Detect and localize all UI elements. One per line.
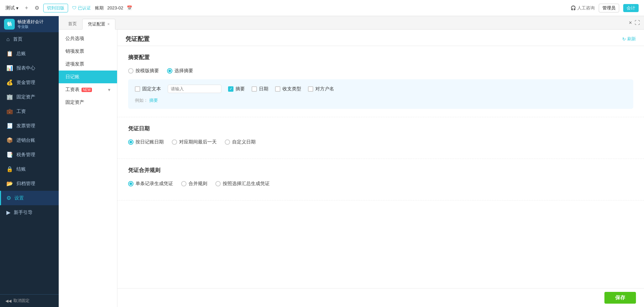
logo-icon: 畅: [4, 19, 15, 30]
expand-button[interactable]: ⛶: [635, 20, 640, 26]
radio-circle-template: [128, 68, 133, 74]
checkbox-summary[interactable]: ✓ 摘要: [228, 86, 245, 92]
checkbox-box-counterpart: [308, 86, 313, 92]
close-tab-button[interactable]: ×: [629, 20, 632, 26]
sidebar-item-label: 工资: [16, 108, 26, 115]
summary-config-box: 固定文本 ✓ 摘要 日期: [128, 79, 633, 109]
checkbox-fixed-text[interactable]: 固定文本: [135, 86, 161, 92]
sidebar: 畅 畅捷通好会计 专业版 ⌂ 首页 📋 总账 📊 报表中心 💰 资金管理: [0, 16, 59, 307]
sidebar-item-report[interactable]: 📊 报表中心: [0, 61, 59, 75]
expand-icon: ▾: [108, 87, 110, 92]
sidebar-item-archive[interactable]: 📂 归档管理: [0, 176, 59, 191]
sidebar-item-label: 归档管理: [16, 181, 35, 187]
summary-section: 摘要配置 按模版摘要 选择摘要: [117, 46, 644, 117]
fixed-text-input[interactable]: [168, 85, 221, 93]
save-button[interactable]: 保存: [604, 292, 636, 304]
fixed-assets-icon: 🏢: [6, 94, 13, 100]
sidebar-item-home[interactable]: ⌂ 首页: [0, 32, 59, 46]
admin-button[interactable]: 管理员: [599, 4, 619, 12]
logo-subtitle: 专业版: [17, 24, 44, 29]
accounting-button[interactable]: 会计: [623, 4, 639, 12]
left-nav-item-public[interactable]: 公共选项: [59, 32, 117, 45]
sidebar-item-salary[interactable]: 💼 工资: [0, 104, 59, 119]
date-title: 凭证日期: [128, 125, 633, 132]
sidebar-item-tax[interactable]: 📑 税务管理: [0, 147, 59, 162]
home-icon: ⌂: [6, 36, 10, 42]
sidebar-item-label: 总账: [16, 51, 26, 57]
ledger-icon: 📋: [6, 50, 13, 57]
left-nav-item-fixed-assets-2[interactable]: 固定资产: [59, 96, 117, 109]
trade-icon: 📦: [6, 137, 13, 143]
summary-title: 摘要配置: [128, 54, 633, 61]
checkbox-counterpart[interactable]: 对方户名: [308, 86, 334, 92]
closing-icon: 🔒: [6, 166, 13, 172]
tab-close-icon[interactable]: ×: [107, 22, 110, 27]
radio-merge-rule[interactable]: 合并规则: [181, 181, 207, 187]
date-section: 凭证日期 按日记账日期 对应期间最后一天: [117, 117, 644, 159]
cancel-fixed-button[interactable]: ◀◀ 取消固定: [0, 294, 59, 307]
checkbox-date[interactable]: 日期: [252, 86, 268, 92]
page-content: 公共选项 销项发票 进项发票 日记账 工资表 NEW ▾ 固定资产 凭证配置 ↻…: [59, 30, 644, 307]
merge-section: 凭证合并规则 单条记录生成凭证 合并规则: [117, 159, 644, 201]
radio-selected-summary[interactable]: 按照选择汇总生成凭证: [215, 181, 270, 187]
top-bar: 测试 ▾ ＋ ⚙ 切到旧版 🛡 已认证 账期 2023-02 📅 🎧 人工咨询 …: [0, 0, 644, 16]
checkbox-income-type[interactable]: 收支类型: [275, 86, 301, 92]
switch-old-version-button[interactable]: 切到旧版: [43, 4, 68, 12]
left-nav-item-purchase[interactable]: 进项发票: [59, 58, 117, 71]
consulting-button[interactable]: 🎧 人工咨询: [571, 5, 595, 11]
sidebar-scroll: ⌂ 首页 📋 总账 📊 报表中心 💰 资金管理 🏢 固定资产 💼 工资: [0, 32, 59, 294]
new-badge: NEW: [82, 88, 92, 92]
headset-icon: 🎧: [571, 5, 576, 10]
merge-radio-group: 单条记录生成凭证 合并规则 按照选择汇总生成凭证: [128, 181, 633, 187]
left-nav-item-journal[interactable]: 日记账: [59, 71, 117, 83]
shield-icon: 🛡: [72, 5, 76, 10]
sidebar-item-capital[interactable]: 💰 资金管理: [0, 75, 59, 90]
sidebar-item-label: 进销台账: [16, 137, 35, 143]
settings-icon: ⚙: [6, 195, 11, 201]
sidebar-item-settings[interactable]: ⚙ 设置: [0, 191, 59, 205]
radio-template[interactable]: 按模版摘要: [128, 68, 159, 74]
radio-circle-period-last: [172, 139, 177, 145]
left-nav-item-sales[interactable]: 销项发票: [59, 45, 117, 58]
sidebar-item-closing[interactable]: 🔒 结账: [0, 162, 59, 176]
main-panel: 凭证配置 ↻ 刷新 摘要配置 按模版摘要: [117, 30, 644, 307]
panel-body: 摘要配置 按模版摘要 选择摘要: [117, 46, 644, 288]
refresh-icon: ↻: [622, 37, 626, 42]
sidebar-item-guide[interactable]: ▶ 新手引导: [0, 205, 59, 220]
report-icon: 📊: [6, 65, 13, 71]
tax-icon: 📑: [6, 151, 13, 158]
radio-custom-date[interactable]: 自定义日期: [225, 139, 256, 145]
tab-voucher-config[interactable]: 凭证配置 ×: [82, 19, 115, 30]
sidebar-item-fixed-assets[interactable]: 🏢 固定资产: [0, 90, 59, 104]
tab-bar: 首页 凭证配置 × × ⛶: [59, 16, 644, 30]
sidebar-item-trade[interactable]: 📦 进销台账: [0, 133, 59, 147]
sidebar-item-invoice[interactable]: 🧾 发票管理: [0, 119, 59, 133]
refresh-button[interactable]: ↻ 刷新: [622, 36, 636, 42]
main-layout: 畅 畅捷通好会计 专业版 ⌂ 首页 📋 总账 📊 报表中心 💰 资金管理: [0, 16, 644, 307]
radio-period-last[interactable]: 对应期间最后一天: [172, 139, 217, 145]
tab-home[interactable]: 首页: [63, 18, 82, 29]
dropdown-icon: ▾: [16, 5, 18, 11]
left-nav-item-salary-table[interactable]: 工资表 NEW ▾: [59, 83, 117, 96]
checkbox-box-date: [252, 86, 257, 92]
sidebar-item-label: 发票管理: [16, 123, 35, 129]
settings-icon-button[interactable]: ⚙: [33, 3, 41, 12]
calendar-icon[interactable]: 📅: [127, 5, 132, 10]
add-button[interactable]: ＋: [22, 3, 31, 13]
merge-title: 凭证合并规则: [128, 167, 633, 174]
radio-select[interactable]: 选择摘要: [167, 68, 193, 74]
checkbox-row: 固定文本 ✓ 摘要 日期: [135, 85, 627, 93]
radio-journal-date[interactable]: 按日记账日期: [128, 139, 164, 145]
radio-circle-select: [167, 68, 172, 74]
radio-single[interactable]: 单条记录生成凭证: [128, 181, 173, 187]
radio-circle-single: [128, 181, 133, 186]
sidebar-logo: 畅 畅捷通好会计 专业版: [0, 16, 59, 32]
project-selector[interactable]: 测试 ▾: [5, 5, 18, 11]
radio-circle-journal-date: [128, 139, 133, 145]
top-bar-left: 测试 ▾ ＋ ⚙ 切到旧版: [5, 3, 68, 13]
page-title: 凭证配置: [125, 35, 150, 43]
sidebar-item-label: 税务管理: [16, 152, 35, 158]
sidebar-item-ledger[interactable]: 📋 总账: [0, 46, 59, 61]
checkbox-box-summary: ✓: [228, 86, 233, 92]
left-nav: 公共选项 销项发票 进项发票 日记账 工资表 NEW ▾ 固定资产: [59, 30, 117, 307]
